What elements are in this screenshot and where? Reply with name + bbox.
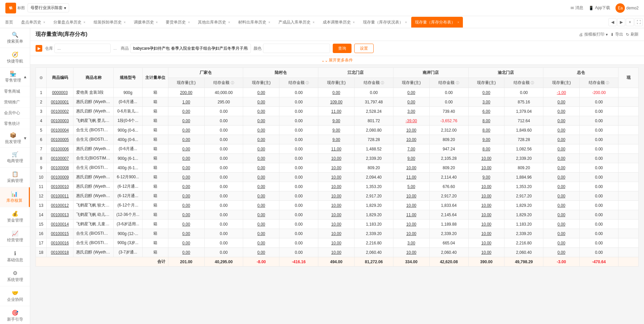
refresh-btn[interactable]: ↻ 刷新 bbox=[626, 32, 639, 37]
row-na-qty[interactable]: 10.00 bbox=[393, 126, 429, 135]
row-code[interactable]: 00100005 bbox=[47, 135, 73, 144]
row-na-qty[interactable]: -39.00 bbox=[393, 116, 429, 126]
row-total-qty[interactable]: 0.00 bbox=[543, 126, 580, 135]
sidebar-item-finance[interactable]: 💰 资金管理 bbox=[0, 207, 30, 227]
row-yb-qty[interactable]: 10.00 bbox=[468, 182, 504, 191]
row-jb-qty[interactable]: 10.00 bbox=[318, 220, 355, 229]
row-yb-qty[interactable]: 10.00 bbox=[468, 220, 504, 229]
row-code[interactable]: 00100011 bbox=[47, 191, 73, 201]
row-na-qty[interactable]: 9.00 bbox=[393, 154, 429, 163]
row-na-qty[interactable]: 10.00 bbox=[393, 135, 429, 144]
row-code[interactable]: 00100010 bbox=[47, 182, 73, 191]
tab-next-btn[interactable]: ▶ bbox=[617, 18, 625, 26]
row-factory-qty[interactable]: 0.00 bbox=[168, 201, 204, 210]
row-factory-qty[interactable]: 0.00 bbox=[168, 220, 204, 229]
info-icon[interactable]: ⓘ bbox=[306, 81, 309, 85]
tab-home[interactable]: 首页 bbox=[1, 17, 17, 28]
row-jb-qty[interactable]: 9.00 bbox=[318, 126, 355, 135]
row-total-qty[interactable]: 0.00 bbox=[543, 107, 580, 116]
row-total-qty[interactable]: 0.00 bbox=[543, 182, 580, 191]
info-icon[interactable]: ⓘ bbox=[456, 81, 459, 85]
row-code[interactable]: 00100016 bbox=[47, 238, 73, 248]
sidebar-item-ecommerce[interactable]: 🛒 电商管理 bbox=[0, 148, 30, 168]
row-total-qty[interactable]: 0.00 bbox=[543, 154, 580, 163]
tab-stock-status[interactable]: 现存量（库存状况表） × bbox=[359, 17, 411, 28]
row-yb-qty[interactable]: 8.00 bbox=[468, 126, 504, 135]
sidebar-item-nav[interactable]: 🧭 快捷导航 bbox=[0, 48, 30, 68]
sidebar-item-collab[interactable]: 🤝 企业协同 bbox=[0, 286, 30, 306]
row-lu-qty[interactable]: 0.00 bbox=[243, 163, 279, 173]
row-lu-qty[interactable]: 0.00 bbox=[243, 144, 279, 154]
row-lu-qty[interactable]: 0.00 bbox=[243, 126, 279, 135]
color-input[interactable] bbox=[263, 44, 330, 53]
row-total-qty[interactable]: 0.00 bbox=[543, 116, 580, 126]
row-jb-qty[interactable]: 10.00 bbox=[318, 248, 355, 257]
row-yb-qty[interactable]: 9.00 bbox=[468, 135, 504, 144]
sidebar-item-guide[interactable]: 🎯 新手引导 bbox=[0, 306, 30, 324]
row-lu-qty[interactable]: 0.00 bbox=[243, 220, 279, 229]
warehouse-input[interactable] bbox=[54, 44, 111, 53]
row-code[interactable]: 00100012 bbox=[47, 201, 73, 210]
row-factory-qty[interactable]: 0.00 bbox=[168, 182, 204, 191]
tab-transfer[interactable]: 调拨单历史 × bbox=[130, 17, 162, 28]
sidebar-item-member[interactable]: 会员中心 bbox=[0, 108, 30, 119]
tab-close-icon[interactable]: × bbox=[228, 20, 230, 24]
row-na-qty[interactable]: 3.00 bbox=[393, 107, 429, 116]
row-total-qty[interactable]: 0.00 bbox=[543, 97, 580, 107]
row-total-qty[interactable]: 0.00 bbox=[543, 191, 580, 201]
row-jb-qty[interactable]: 10.00 bbox=[318, 173, 355, 182]
row-yb-qty[interactable]: 6.00 bbox=[468, 107, 504, 116]
row-yb-qty[interactable]: 10.00 bbox=[468, 191, 504, 201]
row-factory-qty[interactable]: 0.00 bbox=[168, 163, 204, 173]
industry-selector[interactable]: 母婴行业演示陈套 ▾ bbox=[28, 3, 69, 12]
row-factory-qty[interactable]: 0.00 bbox=[168, 173, 204, 182]
row-lu-qty[interactable]: 0.00 bbox=[243, 229, 279, 238]
row-lu-qty[interactable]: 0.00 bbox=[243, 88, 279, 97]
sidebar-item-marketing[interactable]: 营销推广 bbox=[0, 97, 30, 108]
row-jb-qty[interactable]: 10.00 bbox=[318, 229, 355, 238]
row-code[interactable]: 00100009 bbox=[47, 173, 73, 182]
row-jb-qty[interactable]: 9.00 bbox=[318, 116, 355, 126]
row-jb-qty[interactable]: 10.00 bbox=[318, 154, 355, 163]
sidebar-item-management[interactable]: 📈 经营管理 bbox=[0, 227, 30, 247]
sidebar-item-stock[interactable]: 📊 库存核算 bbox=[0, 187, 30, 207]
app-download-btn[interactable]: 📱 App下载 bbox=[589, 5, 610, 11]
user-profile[interactable]: Ea demo2 bbox=[615, 3, 639, 13]
row-na-qty[interactable]: 0.00 bbox=[393, 97, 429, 107]
row-total-qty[interactable]: 0.00 bbox=[543, 144, 580, 154]
row-jb-qty[interactable]: 11.00 bbox=[318, 144, 355, 154]
tab-close-icon[interactable]: × bbox=[124, 20, 126, 24]
row-code[interactable]: 00100013 bbox=[47, 210, 73, 220]
row-code[interactable]: 00100004 bbox=[47, 126, 73, 135]
row-total-qty[interactable]: 0.00 bbox=[543, 173, 580, 182]
row-lu-qty[interactable]: 0.00 bbox=[243, 201, 279, 210]
row-jb-qty[interactable]: 9.00 bbox=[318, 135, 355, 144]
row-yb-qty[interactable]: 10.00 bbox=[468, 201, 504, 210]
row-jb-qty[interactable]: 10.00 bbox=[318, 182, 355, 191]
row-jb-qty[interactable]: 0.00 bbox=[318, 88, 355, 97]
tab-fullscreen-btn[interactable]: ⛶ bbox=[635, 18, 643, 26]
row-lu-qty[interactable]: 0.00 bbox=[243, 191, 279, 201]
tab-close-icon[interactable]: × bbox=[188, 20, 190, 24]
row-code[interactable]: 00100002 bbox=[47, 107, 73, 116]
row-lu-qty[interactable]: 0.00 bbox=[243, 107, 279, 116]
row-code[interactable]: 00100006 bbox=[47, 144, 73, 154]
row-factory-qty[interactable]: 0.00 bbox=[168, 144, 204, 154]
row-total-qty[interactable]: -1.00 bbox=[543, 88, 580, 97]
row-yb-qty[interactable]: 10.00 bbox=[468, 248, 504, 257]
row-total-qty[interactable]: 0.00 bbox=[543, 248, 580, 257]
row-na-qty[interactable]: 11.00 bbox=[393, 210, 429, 220]
tab-close-icon[interactable]: × bbox=[268, 20, 270, 24]
row-factory-qty[interactable]: 0.00 bbox=[168, 229, 204, 238]
row-factory-qty[interactable]: 0.00 bbox=[168, 107, 204, 116]
info-icon[interactable]: ⓘ bbox=[231, 81, 234, 85]
tab-close-icon[interactable]: × bbox=[84, 20, 86, 24]
tab-close-icon[interactable]: × bbox=[156, 20, 158, 24]
row-factory-qty[interactable]: 0.00 bbox=[168, 154, 204, 163]
tab-prev-btn[interactable]: ◀ bbox=[608, 18, 616, 26]
tab-close-all-btn[interactable]: × bbox=[626, 18, 634, 26]
row-yb-qty[interactable]: 10.00 bbox=[468, 238, 504, 248]
tab-inventory-history[interactable]: 盘点单历史 × bbox=[17, 17, 49, 28]
row-total-qty[interactable]: 0.00 bbox=[543, 163, 580, 173]
row-total-qty[interactable]: 0.00 bbox=[543, 201, 580, 210]
